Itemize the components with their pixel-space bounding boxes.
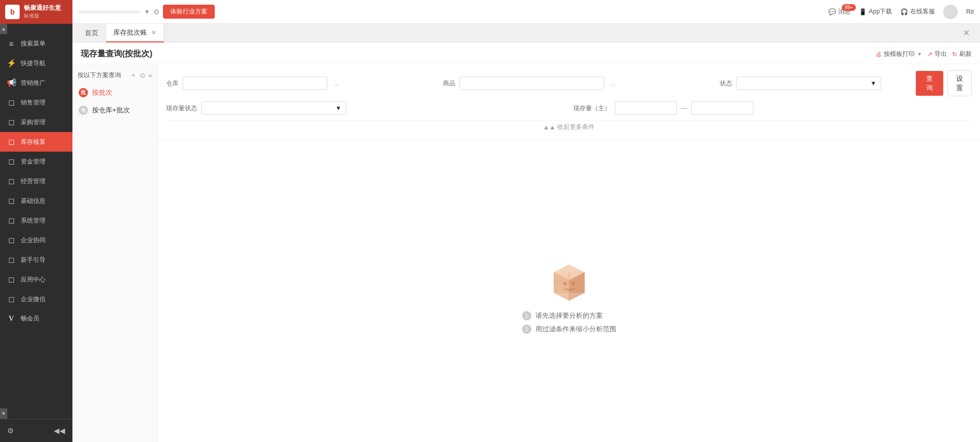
sidebar-item-label-purchase: 采购管理: [21, 118, 46, 127]
search-menu-icon: ≡: [6, 39, 17, 48]
sidebar-item-shortcut[interactable]: ⚡ 快捷导航: [0, 53, 72, 73]
tab-close-icon[interactable]: ✕: [151, 29, 156, 36]
sidebar-item-label-search: 搜索菜单: [21, 39, 46, 48]
tab-panel-close-icon[interactable]: ✕: [958, 26, 975, 40]
add-plan-icon[interactable]: ＋: [130, 70, 137, 80]
messages-button[interactable]: 💬 消息 99+: [828, 7, 851, 16]
topbar-chevron-icon[interactable]: ▼: [144, 8, 150, 16]
inventory-qty-dash: —: [681, 105, 687, 112]
right-panel: 仓库 ... 商品 ... 状态: [158, 64, 980, 442]
topbar-left: ▼ ⚙ 体验行业方案: [79, 5, 824, 19]
sidebar-item-sales[interactable]: ◻ 销售管理: [0, 93, 72, 112]
topbar-gear-icon[interactable]: ⚙: [153, 8, 160, 16]
inventory-icon: ◻: [6, 137, 17, 146]
tip-num-2: 2: [522, 325, 531, 334]
sidebar-item-newbie[interactable]: ◻ 新手引导: [0, 250, 72, 270]
inventory-qty-max-input[interactable]: [691, 101, 753, 115]
svg-point-4: [563, 282, 567, 285]
export-icon: ↗: [927, 51, 932, 58]
filter-row-2: 现存量状态 ▼ 现存量（主） —: [166, 101, 972, 115]
sidebar-item-basics[interactable]: ◻ 基础信息: [0, 191, 72, 211]
collapse-label: 收起更多条件: [557, 123, 595, 131]
sidebar-item-app-center[interactable]: ◻ 应用中心: [0, 270, 72, 289]
empty-tip-2-text: 用过滤条件来缩小分析范围: [536, 325, 616, 334]
tab-inventory-batch[interactable]: 库存批次账 ✕: [106, 24, 164, 42]
status-filter-select[interactable]: ▼: [736, 77, 881, 90]
status-select-chevron-icon: ▼: [870, 80, 877, 87]
inventory-qty-min-input[interactable]: [615, 101, 677, 115]
sidebar-item-marketing[interactable]: 📢 营销推广: [0, 73, 72, 93]
page-content: 现存量查询(按批次) 🖨 按模板打印 ▼ ↗ 导出 ↻ 刷新: [72, 42, 980, 442]
inventory-status-label: 现存量状态: [166, 104, 197, 113]
sidebar-item-purchase[interactable]: ◻ 采购管理: [0, 112, 72, 132]
sidebar-item-label-inventory: 库存核算: [21, 138, 46, 146]
sidebar-item-inventory[interactable]: ◻ 库存核算: [0, 132, 72, 152]
page-actions: 🖨 按模板打印 ▼ ↗ 导出 ↻ 刷新: [875, 50, 972, 58]
query-button[interactable]: 查询: [916, 71, 943, 96]
experience-plan-button[interactable]: 体验行业方案: [163, 5, 215, 19]
page-header: 现存量查询(按批次) 🖨 按模板打印 ▼ ↗ 导出 ↻ 刷新: [72, 42, 980, 64]
app-download-button[interactable]: 📱 App下载: [859, 7, 892, 16]
export-button[interactable]: ↗ 导出: [927, 50, 947, 58]
sidebar-footer: ⚙ ◀◀: [0, 419, 72, 442]
collapse-filter-button[interactable]: ▲▲ 收起更多条件: [166, 120, 972, 134]
plan-item-by-batch[interactable]: 批 按批次: [72, 84, 157, 101]
tab-inventory-batch-label: 库存批次账: [113, 28, 147, 37]
topbar-breadcrumb: [79, 10, 141, 13]
svg-point-5: [572, 282, 575, 285]
wechat-icon: ◻: [6, 294, 17, 304]
tip-num-1: 1: [522, 311, 531, 320]
inventory-status-select[interactable]: ▼: [201, 101, 346, 115]
settings-gear-icon[interactable]: ⚙: [5, 424, 16, 437]
message-icon: 💬: [828, 8, 836, 16]
sidebar-item-label-system: 系统管理: [21, 216, 46, 225]
status-filter-label: 状态: [720, 79, 732, 88]
left-panel-icons: ＋ ⊙ «: [130, 70, 152, 80]
online-service-button[interactable]: 🎧 在线客服: [900, 7, 935, 16]
print-icon: 🖨: [875, 51, 882, 58]
sidebar-item-finance[interactable]: ◻ 资金管理: [0, 152, 72, 171]
sidebar-item-search[interactable]: ≡ 搜索菜单: [0, 34, 72, 53]
settings-plan-icon[interactable]: ⊙: [140, 71, 145, 79]
app-logo: b: [5, 5, 20, 19]
filter-actions: 查询 设置: [916, 70, 972, 96]
collapse-panel-icon[interactable]: «: [149, 71, 152, 79]
sidebar-item-member[interactable]: V 畅会员: [0, 309, 72, 328]
sidebar-item-system[interactable]: ◻ 系统管理: [0, 211, 72, 230]
warehouse-filter-input[interactable]: [183, 77, 328, 90]
sidebar-item-label-shortcut: 快捷导航: [21, 59, 46, 68]
app-title: 畅康通好生意: [24, 4, 61, 12]
plan-icon-batch: 批: [79, 88, 88, 97]
warehouse-more-icon[interactable]: ...: [334, 80, 338, 86]
refresh-button[interactable]: ↻ 刷新: [952, 50, 972, 58]
basics-icon: ◻: [6, 196, 17, 205]
filter-group-warehouse: 仓库 ...: [166, 77, 435, 90]
product-more-icon[interactable]: ...: [611, 80, 615, 86]
sidebar-item-enterprise[interactable]: ◻ 企业协同: [0, 230, 72, 250]
username-label[interactable]: Rit: [966, 8, 974, 16]
settings-button[interactable]: 设置: [947, 70, 972, 96]
product-filter-input[interactable]: [459, 77, 604, 90]
member-icon: V: [6, 314, 17, 323]
sidebar-item-label-basics: 基础信息: [21, 197, 46, 205]
user-avatar[interactable]: [943, 5, 958, 19]
left-panel-header: 按以下方案查询 ＋ ⊙ «: [72, 68, 157, 84]
sidebar-item-label-member: 畅会员: [21, 314, 39, 323]
shortcut-icon: ⚡: [6, 58, 17, 68]
collapse-sidebar-icon[interactable]: ◀◀: [52, 424, 67, 437]
operations-icon: ◻: [6, 176, 17, 186]
sidebar: b 畅康通好生意 标准版 ▲ ≡ 搜索菜单 ⚡ 快捷导航 📢 营销推广 ◻ 销售…: [0, 0, 72, 442]
sidebar-item-wechat[interactable]: ◻ 企业微信: [0, 289, 72, 309]
sidebar-scroll-up[interactable]: ▲: [0, 24, 7, 34]
empty-tips: 1 请先选择要分析的方案 2 用过滤条件来缩小分析范围: [522, 311, 616, 334]
print-chevron-icon[interactable]: ▼: [917, 51, 922, 57]
messages-badge: 99+: [842, 4, 856, 11]
sidebar-scroll-down[interactable]: ▼: [0, 408, 7, 419]
plan-item-by-warehouse-batch[interactable]: 仓 按仓库+批次: [72, 101, 157, 119]
print-button[interactable]: 🖨 按模板打印 ▼: [875, 50, 922, 58]
sidebar-item-operations[interactable]: ◻ 经营管理: [0, 171, 72, 191]
left-panel-title: 按以下方案查询: [78, 71, 121, 80]
sidebar-nav: ≡ 搜索菜单 ⚡ 快捷导航 📢 营销推广 ◻ 销售管理 ◻ 采购管理 ◻ 库存核…: [0, 34, 72, 408]
tab-home[interactable]: 首页: [78, 24, 106, 42]
tabs-bar: 首页 库存批次账 ✕ ✕: [72, 24, 980, 42]
